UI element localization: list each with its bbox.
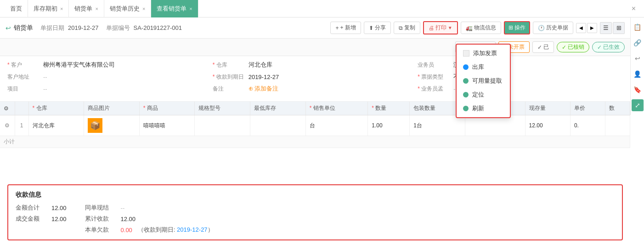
cell-min-stock — [250, 115, 306, 136]
dropdown-outbound[interactable]: 出库 — [457, 60, 510, 74]
done-effect-button[interactable]: ✓ 已生效 — [592, 42, 625, 52]
cell-settings: ⚙ — [0, 115, 15, 136]
check-icon: ✓ — [562, 44, 566, 51]
history-icon: 🕐 — [538, 25, 545, 31]
sidebar-icon-5[interactable]: 🔖 — [632, 84, 644, 96]
sidebar-icon-4[interactable]: 👤 — [632, 68, 644, 80]
settings-icon[interactable]: ⚙ — [4, 105, 9, 112]
payment-col-left: 金额合计 12.00 成交金额 12.00 — [16, 204, 67, 234]
warehouse-field: 仓库 河北仓库 — [213, 61, 418, 69]
tab-view-label: 查看销货单 — [157, 5, 186, 13]
share-button[interactable]: ⬆ 分享 — [364, 22, 391, 34]
tab-view-sales[interactable]: 查看销货单 × — [151, 0, 198, 17]
cumulative-label: 累计收款 — [85, 215, 117, 223]
tab-home[interactable]: 首页 — [5, 0, 28, 17]
tab-inventory-label: 库存期初 — [34, 5, 57, 13]
balance-row: 本单欠款 0.00 （收款到期日: 2019-12-27） — [85, 226, 214, 234]
available-qty-icon — [463, 78, 469, 84]
tab-sales-order[interactable]: 销货单 × — [69, 0, 104, 17]
col-img-label: 商品图片 — [88, 105, 110, 111]
operations-label: 操作 — [514, 24, 525, 31]
same-order-label: 同单现结 — [85, 204, 117, 212]
form-row-2: 客户地址 -- 收款到期日 2019-12-27 票据类型 不开票 — [7, 73, 623, 81]
cell-available — [465, 115, 525, 136]
print-button[interactable]: 🖨 打印 ▼ — [423, 21, 458, 34]
staff2-field: 业务员孟 -- — [418, 85, 623, 93]
doc-no-field: 单据编号 SA-20191227-001 — [106, 24, 182, 32]
address-label: 客户地址 — [7, 73, 40, 81]
customer-value: 柳州粤港平安气体有限公司 — [43, 61, 115, 69]
col-spec: 规格型号 — [195, 102, 250, 115]
next-button[interactable]: ▶ — [587, 23, 597, 33]
doc-title-area: ↩ 销货单 — [6, 24, 33, 32]
balance-note: （收款到期日: 2019-12-27） — [138, 226, 214, 234]
cell-index: 1 — [15, 115, 28, 136]
done-check-label: 已核销 — [568, 43, 584, 51]
print-icon: 🖨 — [429, 25, 434, 31]
balance-date: 2019-12-27 — [177, 226, 208, 233]
col-min-stock-label: 最低库存 — [254, 105, 276, 111]
tab-inventory-init[interactable]: 库存期初 × — [28, 0, 69, 17]
doc-no-label: 单据编号 — [106, 24, 130, 32]
table-row: ⚙ 1 河北仓库 📦 嘻嘻嘻嘻 台 1.00 1台 12.00 — [0, 115, 630, 136]
refresh-label: 刷新 — [472, 104, 484, 113]
new-icon: + — [335, 25, 339, 31]
dropdown-available-qty[interactable]: 可用量提取 — [457, 74, 510, 88]
doc-date-field: 单据日期 2019-12-27 — [40, 24, 99, 32]
grid-view-button[interactable]: ⊞ — [613, 22, 625, 34]
tab-history-close[interactable]: × — [142, 6, 145, 11]
doc-actions: + + 新增 ⬆ 分享 ⧉ 复制 🖨 打印 ▼ 🚛 — [330, 21, 625, 34]
new-label: + 新增 — [340, 24, 356, 32]
tab-inventory-close[interactable]: × — [60, 6, 63, 11]
col-more-label: 数 — [609, 105, 615, 111]
history-button[interactable]: 🕐 历史单据 — [533, 22, 573, 34]
list-view-button[interactable]: ☰ — [600, 22, 612, 34]
col-product-img: 商品图片 — [84, 102, 140, 115]
warehouse-label: 仓库 — [213, 61, 245, 69]
transaction-value: 12.00 — [51, 216, 67, 222]
remark-field: 备注 ⊕ 添加备注 — [213, 85, 418, 93]
tab-sales-label: 销货单 — [74, 5, 92, 13]
same-order-value: -- — [121, 205, 125, 211]
sidebar-icon-1[interactable]: 📋 — [632, 21, 644, 33]
warehouse-value: 河北仓库 — [249, 61, 272, 69]
done-label: 已 — [543, 43, 549, 51]
confirm-icon: ✓ — [537, 44, 542, 51]
operations-icon: ⊞ — [508, 24, 513, 31]
transaction-label: 成交金额 — [16, 215, 48, 223]
history-label: 历史单据 — [546, 24, 568, 32]
confirm-button[interactable]: ✓ 已 — [532, 41, 554, 53]
total-amount-label: 金额合计 — [16, 204, 48, 212]
dropdown-refresh[interactable]: 刷新 — [457, 102, 510, 115]
dropdown-locate[interactable]: 定位 — [457, 88, 510, 102]
sidebar-icon-2[interactable]: 🔗 — [632, 37, 644, 49]
form-row-3: 项目 -- 备注 ⊕ 添加备注 业务员孟 -- — [7, 85, 623, 93]
cell-stock: 12.00 — [525, 115, 570, 136]
col-product: * 商品 — [139, 102, 195, 115]
tab-sales-close[interactable]: × — [95, 6, 98, 11]
subtotal-row: 小计 — [0, 136, 630, 148]
prev-button[interactable]: ◀ — [576, 23, 586, 33]
logistics-button[interactable]: 🚛 物流信息 — [461, 22, 501, 34]
col-qty-label: 数量 — [375, 105, 386, 111]
tab-sales-history[interactable]: 销货单历史 × — [104, 0, 151, 17]
dropdown-add-invoice[interactable]: 添加发票 — [457, 46, 510, 60]
copy-button[interactable]: ⧉ 复制 — [394, 22, 420, 34]
sidebar-icon-6[interactable]: ⤢ — [632, 99, 644, 111]
right-sidebar: 📋 🔗 ↩ 👤 🔖 ⤢ — [630, 17, 644, 115]
col-qty-required: * — [372, 105, 374, 111]
available-qty-label: 可用量提取 — [472, 77, 502, 85]
address-value: -- — [43, 74, 47, 80]
tab-view-close[interactable]: × — [189, 6, 192, 11]
balance-value: 0.00 — [121, 227, 132, 234]
share-label: 分享 — [375, 24, 386, 32]
ticket-type-field: 票据类型 不开票 — [418, 73, 623, 81]
window-close-button[interactable]: × — [628, 3, 639, 15]
col-quantity: * 数量 — [368, 102, 410, 115]
new-button[interactable]: + + 新增 — [330, 22, 361, 34]
operations-button[interactable]: ⊞ 操作 — [504, 21, 530, 34]
add-remark-button[interactable]: ⊕ 添加备注 — [249, 85, 279, 93]
col-warehouse: * 仓库 — [28, 102, 84, 115]
done-check-button[interactable]: ✓ 已核销 — [557, 42, 589, 52]
sidebar-icon-3[interactable]: ↩ — [632, 52, 644, 64]
